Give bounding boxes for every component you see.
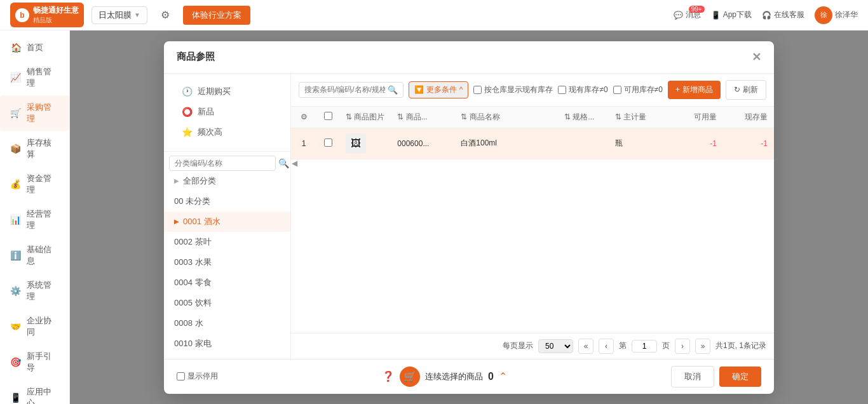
more-filter-button[interactable]: 🔽 更多条件 ^ — [409, 81, 468, 98]
page-size-select[interactable]: 50 100 200 — [538, 339, 573, 353]
row-img: 🖼 — [339, 128, 391, 159]
dropdown-arrow-icon: ▼ — [134, 11, 140, 18]
col-unit-header[interactable]: ⇅ 主计量 — [609, 107, 660, 128]
app-download-btn[interactable]: 📱 App下载 — [711, 10, 752, 20]
total-info: 共1页, 1条记录 — [715, 340, 766, 351]
footer-right: 取消 确定 — [671, 366, 761, 387]
guide-icon: 🎯 — [10, 356, 22, 368]
category-search-button[interactable]: 🔍 — [278, 158, 289, 168]
checkbox-avail-nonzero-input[interactable] — [613, 86, 621, 94]
refresh-button[interactable]: ↻ 刷新 — [726, 80, 766, 100]
modal-close-button[interactable]: ✕ — [752, 50, 761, 64]
settings-icon[interactable]: ⚙ — [155, 5, 175, 25]
main-layout: 🏠 首页 📈 销售管理 🛒 采购管理 📦 库存核算 💰 资金管理 📊 经营管理 … — [0, 30, 868, 404]
row-available: -1 — [660, 128, 723, 159]
category-search-input[interactable] — [169, 156, 276, 171]
table-header-row: ⚙ ⇅ 商品图片 — [291, 107, 774, 128]
quick-frequent[interactable]: ⭐ 频次高 — [172, 122, 283, 142]
current-page-input[interactable] — [632, 340, 657, 353]
next-page-button[interactable]: › — [675, 339, 690, 354]
col-avail-header[interactable]: 可用量 — [660, 107, 723, 128]
show-disabled-input[interactable] — [177, 372, 185, 380]
prev-page-button[interactable]: ‹ — [599, 339, 614, 354]
category-item-0010[interactable]: 0010 家电 — [164, 333, 290, 354]
expand-icon[interactable]: ⌃ — [499, 370, 507, 382]
product-table-container: ⚙ ⇅ 商品图片 — [291, 107, 774, 333]
last-page-button[interactable]: » — [695, 339, 710, 354]
sidebar-label-basic: 基础信息 — [27, 244, 59, 267]
cat-0002-label: 0002 茶叶 — [174, 236, 212, 248]
store-dropdown[interactable]: 日太阳膜 ▼ — [92, 6, 147, 24]
col-code-header[interactable]: ⇅ 商品... — [391, 107, 454, 128]
show-disabled-checkbox[interactable]: 显示停用 — [177, 371, 218, 382]
category-item-0008[interactable]: 0008 水 — [164, 313, 290, 333]
online-support-label: 在线客服 — [774, 10, 804, 20]
col-img-label: 商品图片 — [354, 112, 384, 121]
nav-right: 💬 消息 99+ 📱 App下载 🎧 在线客服 徐 徐泽华 — [674, 6, 858, 24]
checkbox-by-warehouse[interactable]: 按仓库显示现有库存 — [473, 84, 553, 95]
category-item-00[interactable]: 00 未分类 — [164, 191, 290, 212]
sidebar-item-purchase[interactable]: 🛒 采购管理 — [0, 95, 69, 131]
checkbox-avail-label: 可用库存≠0 — [624, 84, 663, 95]
select-all-checkbox[interactable] — [324, 112, 332, 120]
first-page-button[interactable]: « — [578, 339, 593, 354]
selected-count: 0 — [488, 371, 494, 382]
sidebar-item-system[interactable]: ⚙️ 系统管理 — [0, 273, 69, 309]
category-item-all[interactable]: ▶ 全部分类 — [164, 171, 290, 191]
category-item-0004[interactable]: 0004 零食 — [164, 273, 290, 293]
category-item-0001[interactable]: ▶ 0001 酒水 — [164, 212, 290, 232]
row-check[interactable] — [316, 128, 339, 159]
sidebar-item-home[interactable]: 🏠 首页 — [0, 36, 69, 60]
cancel-button[interactable]: 取消 — [671, 366, 714, 387]
sidebar: 🏠 首页 📈 销售管理 🛒 采购管理 📦 库存核算 💰 资金管理 📊 经营管理 … — [0, 30, 70, 404]
cart-icon-button[interactable]: 🛒 — [400, 367, 420, 387]
sidebar-item-sales[interactable]: 📈 销售管理 — [0, 60, 69, 95]
finance-icon: 💰 — [10, 178, 22, 190]
pagination-row: 每页显示 50 100 200 « ‹ 第 页 › — [291, 333, 774, 359]
online-support-btn[interactable]: 🎧 在线客服 — [762, 10, 804, 20]
checkbox-by-warehouse-input[interactable] — [473, 86, 482, 94]
logo[interactable]: b 畅捷通好生意 精品版 — [10, 3, 84, 27]
checkbox-stock-nonzero[interactable]: 现有库存≠0 — [558, 84, 607, 95]
category-item-0002[interactable]: 0002 茶叶 — [164, 232, 290, 252]
col-img-header[interactable]: ⇅ 商品图片 — [339, 107, 391, 128]
table-row[interactable]: 1 🖼 000600... 白酒100ml — [291, 128, 774, 159]
toolbar-right: + 新增商品 ↻ 刷新 — [668, 80, 766, 100]
basic-icon: ℹ️ — [10, 250, 22, 261]
quick-recent-purchase[interactable]: 🕐 近期购买 — [172, 81, 283, 102]
confirm-button[interactable]: 确定 — [719, 367, 761, 387]
col-unit-label: 主计量 — [623, 112, 646, 121]
cat-0003-label: 0003 水果 — [174, 257, 212, 268]
toolbar-row: 🔍 🔽 更多条件 ^ 按仓库显示现有库存 — [291, 74, 774, 107]
sidebar-item-operation[interactable]: 📊 经营管理 — [0, 202, 69, 238]
col-stock-header[interactable]: 现存量 — [723, 107, 774, 128]
checkbox-stock-nonzero-input[interactable] — [558, 86, 566, 94]
main-content: 商品参照 ✕ 🕐 近期购买 ⭕ — [70, 30, 868, 404]
col-spec-header[interactable]: ⇅ 规格... — [558, 107, 609, 128]
add-product-button[interactable]: + 新增商品 — [668, 81, 721, 99]
sidebar-item-guide[interactable]: 🎯 新手引导 — [0, 344, 69, 380]
category-item-0003[interactable]: 0003 水果 — [164, 252, 290, 273]
trial-button[interactable]: 体验行业方案 — [183, 6, 250, 25]
sidebar-item-basic[interactable]: ℹ️ 基础信息 — [0, 238, 69, 273]
settings-table-icon[interactable]: ⚙ — [301, 112, 308, 121]
search-box: 🔍 — [299, 82, 403, 98]
help-icon[interactable]: ❓ — [382, 370, 395, 382]
sidebar-item-collab[interactable]: 🤝 企业协同 — [0, 309, 69, 344]
sidebar-item-appcenter[interactable]: 📱 应用中心 — [0, 380, 69, 404]
username: 徐泽华 — [835, 10, 858, 20]
quick-new-label: 新品 — [198, 106, 214, 118]
row-checkbox[interactable] — [324, 138, 332, 147]
product-search-input[interactable] — [304, 85, 385, 94]
user-menu[interactable]: 徐 徐泽华 — [815, 6, 858, 24]
notifications-btn[interactable]: 💬 消息 99+ — [674, 10, 701, 20]
sidebar-item-inventory[interactable]: 📦 库存核算 — [0, 131, 69, 166]
col-name-header[interactable]: ⇅ 商品名称 — [454, 107, 558, 128]
category-item-0005[interactable]: 0005 饮料 — [164, 293, 290, 313]
show-disabled-label: 显示停用 — [187, 371, 218, 382]
col-code-sort-icon: ⇅ — [397, 112, 403, 121]
quick-new-product[interactable]: ⭕ 新品 — [172, 102, 283, 122]
sidebar-item-finance[interactable]: 💰 资金管理 — [0, 166, 69, 202]
checkbox-available-nonzero[interactable]: 可用库存≠0 — [613, 84, 663, 95]
product-table: ⚙ ⇅ 商品图片 — [291, 107, 774, 159]
